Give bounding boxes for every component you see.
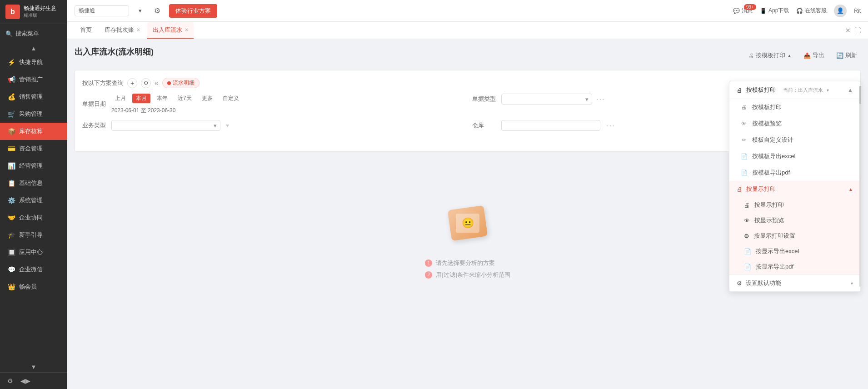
sidebar-item-app-center[interactable]: 🔲 应用中心 bbox=[0, 244, 67, 261]
dp-sub-display-pdf[interactable]: 📄 按显示导出pdf bbox=[729, 259, 860, 274]
tab-batch-account[interactable]: 库存批次账 × bbox=[99, 22, 145, 39]
dp-item-template-print[interactable]: 🖨 按模板打印 bbox=[729, 99, 860, 115]
sidebar-item-purchase[interactable]: 🛒 采购管理 bbox=[0, 105, 67, 123]
sidebar-item-sales[interactable]: 💰 销售管理 bbox=[0, 88, 67, 105]
sidebar-item-finance[interactable]: 💳 资金管理 bbox=[0, 140, 67, 157]
refresh-icon: 🔄 bbox=[836, 52, 843, 59]
dp-scrollbar[interactable] bbox=[859, 86, 861, 287]
online-service-label: 在线客服 bbox=[805, 7, 827, 15]
dp-sub-label: 按显示打印设置 bbox=[754, 232, 795, 240]
app-download-btn[interactable]: 📱 App下载 bbox=[760, 7, 789, 15]
close-window-btn[interactable]: ✕ bbox=[845, 27, 851, 34]
company-input[interactable] bbox=[75, 5, 129, 16]
search-icon: 🔍 bbox=[5, 30, 13, 37]
date-opt-custom[interactable]: 自定义 bbox=[219, 94, 243, 103]
business-type-chevron[interactable]: ▾ bbox=[226, 122, 229, 129]
filter-doc-type-label: 单据类型 bbox=[472, 95, 498, 103]
filter-add-button[interactable]: + bbox=[127, 78, 137, 88]
filter-collapse-button[interactable]: « bbox=[155, 79, 159, 87]
date-opt-7days[interactable]: 近7天 bbox=[174, 94, 195, 103]
dp-sub-excel-icon: 📄 bbox=[744, 248, 751, 255]
online-service-btn[interactable]: 🎧 在线客服 bbox=[796, 7, 827, 15]
tab-flow[interactable]: 出入库流水 × bbox=[147, 22, 194, 39]
dp-item-template-custom[interactable]: ✏ 模板自定义设计 bbox=[729, 132, 860, 148]
sidebar-scroll-up[interactable]: ▲ bbox=[0, 43, 67, 54]
dp-item-template-pdf[interactable]: 📄 按模板导出pdf bbox=[729, 165, 860, 181]
dp-sub-display-preview[interactable]: 👁 按显示预览 bbox=[729, 213, 860, 228]
print-dropdown-chevron: ▲ bbox=[787, 53, 792, 58]
dp-item-label: 按模板导出pdf bbox=[752, 169, 790, 177]
date-opt-current-year[interactable]: 本年 bbox=[153, 94, 171, 103]
purchase-icon: 🛒 bbox=[7, 110, 15, 118]
dp-sub-label: 按显示打印 bbox=[754, 201, 784, 209]
empty-tip-2: 2 用[过滤]条件来缩小分析范围 bbox=[425, 269, 510, 281]
dp-sub-display-excel[interactable]: 📄 按显示导出excel bbox=[729, 244, 860, 259]
warehouse-input[interactable] bbox=[505, 122, 596, 129]
tab-flow-close[interactable]: × bbox=[185, 27, 188, 33]
empty-illustration: 😐 bbox=[445, 203, 490, 248]
dp-item-template-excel[interactable]: 📄 按模板导出excel bbox=[729, 148, 860, 165]
sidebar-item-guide[interactable]: 🎓 新手引导 bbox=[0, 226, 67, 244]
filter-business-type-group: 业务类型 ▾ bbox=[82, 120, 463, 131]
filter-active-tag[interactable]: 流水明细 bbox=[162, 78, 200, 88]
dp-footer-title: ⚙ 设置默认功能 bbox=[737, 279, 781, 287]
user-selector[interactable] bbox=[75, 5, 129, 16]
company-dropdown-icon[interactable]: ▾ bbox=[135, 5, 145, 16]
maximize-window-btn[interactable]: ⛶ bbox=[854, 27, 861, 34]
footer-collapse-icon[interactable]: ◀▶ bbox=[20, 377, 30, 384]
filter-settings-button[interactable]: ⚙ bbox=[141, 78, 151, 88]
dp-sub-display-print[interactable]: 🖨 按显示打印 bbox=[729, 197, 860, 213]
sidebar-item-label: 应用中心 bbox=[19, 248, 43, 256]
tab-batch-account-close[interactable]: × bbox=[137, 27, 140, 33]
sidebar-item-wecom[interactable]: 💬 企业微信 bbox=[0, 261, 67, 278]
sidebar-item-basic-info[interactable]: 📋 基础信息 bbox=[0, 175, 67, 192]
date-opt-current-month[interactable]: 本月 bbox=[132, 94, 150, 103]
dp-sub-pdf-icon: 📄 bbox=[744, 264, 751, 270]
refresh-btn[interactable]: 🔄 刷新 bbox=[833, 50, 861, 61]
date-opt-last-month[interactable]: 上月 bbox=[111, 94, 130, 103]
dp-sub-settings-icon: ⚙ bbox=[744, 233, 749, 239]
dp-section-header[interactable]: 🖨 按显示打印 ▲ bbox=[729, 181, 860, 197]
mobile-icon: 📱 bbox=[760, 8, 767, 14]
template-print-btn[interactable]: 🖨 按模板打印 ▲ bbox=[744, 50, 795, 61]
sidebar-search-section: 🔍 搜索菜单 bbox=[0, 24, 67, 43]
dp-footer[interactable]: ⚙ 设置默认功能 ▾ bbox=[729, 274, 860, 291]
doc-type-more-btn[interactable]: ⋯ bbox=[596, 94, 605, 105]
sidebar-scroll-down[interactable]: ▼ bbox=[0, 362, 67, 372]
sidebar-item-system[interactable]: ⚙️ 系统管理 bbox=[0, 192, 67, 209]
tabs-bar: 首页 库存批次账 × 出入库流水 × ✕ ⛶ bbox=[67, 22, 868, 39]
empty-tips: 1 请先选择要分析的方案 2 用[过滤]条件来缩小分析范围 bbox=[425, 257, 510, 281]
dp-collapse-btn[interactable]: ▲ bbox=[848, 87, 853, 93]
dp-item-template-preview[interactable]: 👁 按模板预览 bbox=[729, 115, 860, 132]
doc-type-select[interactable] bbox=[501, 94, 592, 105]
dp-item-label: 按模板打印 bbox=[752, 103, 782, 111]
sidebar-item-collab[interactable]: 🤝 企业协同 bbox=[0, 209, 67, 226]
sidebar-item-membership[interactable]: 👑 畅会员 bbox=[0, 278, 67, 295]
warehouse-more-btn[interactable]: ⋯ bbox=[606, 120, 615, 131]
sidebar-item-marketing[interactable]: 📢 营销推广 bbox=[0, 71, 67, 88]
industry-btn[interactable]: 体验行业方案 bbox=[169, 4, 217, 18]
basic-info-icon: 📋 bbox=[7, 179, 15, 187]
topbar-settings-icon[interactable]: ⚙ bbox=[151, 5, 164, 17]
dp-sub-print-icon: 🖨 bbox=[744, 202, 750, 209]
footer-settings-icon[interactable]: ⚙ bbox=[7, 377, 13, 384]
sidebar-item-quick-nav[interactable]: ⚡ 快捷导航 bbox=[0, 54, 67, 71]
search-menu-button[interactable]: 🔍 搜索菜单 bbox=[5, 28, 62, 40]
warehouse-input-wrap[interactable] bbox=[501, 120, 600, 131]
sidebar-item-inventory[interactable]: 📦 库存核算 bbox=[0, 123, 67, 140]
export-btn[interactable]: 📤 导出 bbox=[800, 50, 828, 61]
date-opt-more[interactable]: 更多 bbox=[198, 94, 216, 103]
sidebar-item-label: 新手引导 bbox=[19, 231, 43, 239]
dp-pdf-icon: 📄 bbox=[740, 169, 748, 176]
printer-icon: 🖨 bbox=[748, 52, 754, 59]
sidebar-item-label: 基础信息 bbox=[19, 179, 43, 187]
tab-home[interactable]: 首页 bbox=[75, 22, 97, 39]
business-type-select[interactable] bbox=[111, 120, 220, 131]
guide-icon: 🎓 bbox=[7, 231, 15, 239]
username-label[interactable]: Rit bbox=[854, 8, 861, 14]
user-avatar[interactable]: 👤 bbox=[834, 5, 847, 17]
message-btn[interactable]: 💬 消息 99+ bbox=[733, 7, 753, 15]
dp-sub-display-settings[interactable]: ⚙ 按显示打印设置 bbox=[729, 228, 860, 244]
sales-icon: 💰 bbox=[7, 93, 15, 101]
sidebar-item-operations[interactable]: 📊 经营管理 bbox=[0, 157, 67, 175]
